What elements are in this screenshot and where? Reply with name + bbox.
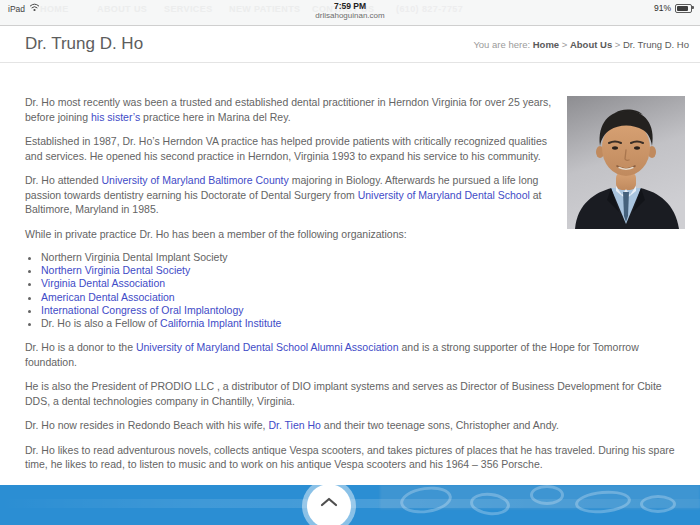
breadcrumb-home-link[interactable]: Home bbox=[533, 39, 559, 50]
text-link[interactable]: American Dental Association bbox=[41, 291, 175, 303]
breadcrumb-current: Dr. Trung D. Ho bbox=[623, 39, 689, 50]
text-link[interactable]: International Congress of Oral Implantol… bbox=[41, 304, 244, 316]
status-right: 91% bbox=[654, 3, 692, 13]
bio-paragraph: He is also the President of PRODIO LLC ,… bbox=[25, 379, 685, 408]
text-run: He is also the President of PRODIO LLC ,… bbox=[25, 380, 662, 407]
nav-watermark-new-patients: NEW PATIENTS bbox=[229, 4, 300, 14]
text-link[interactable]: Virginia Dental Association bbox=[41, 277, 165, 289]
breadcrumb-separator: > bbox=[559, 39, 570, 50]
organization-item: Northern Virginia Dental Implant Society bbox=[41, 251, 685, 264]
breadcrumb: You are here: Home > About Us > Dr. Trun… bbox=[473, 39, 689, 50]
page-header: Dr. Trung D. Ho You are here: Home > Abo… bbox=[0, 25, 700, 63]
water-swirl-decoration bbox=[640, 495, 676, 513]
text-run: and their two teenage sons, Christopher … bbox=[321, 419, 559, 431]
status-bar: HOME ABOUT US SERVICES NEW PATIENTS CONT… bbox=[0, 0, 700, 26]
text-run: Dr. Ho is a donor to the bbox=[25, 341, 136, 353]
text-link[interactable]: California Implant Institute bbox=[160, 317, 281, 329]
organization-item: Dr. Ho is also a Fellow of California Im… bbox=[41, 317, 685, 330]
bio-paragraph: Dr. Ho is a donor to the University of M… bbox=[25, 340, 685, 369]
text-run: Dr. Ho attended bbox=[25, 174, 101, 186]
text-run: practice here in Marina del Rey. bbox=[140, 111, 290, 123]
organization-list: Northern Virginia Dental Implant Society… bbox=[25, 251, 685, 330]
device-label: iPad bbox=[8, 4, 25, 14]
nav-watermark-services: SERVICES bbox=[164, 4, 213, 14]
bio-paragraph: Dr. Ho likes to read adventurous novels,… bbox=[25, 443, 685, 472]
page-title: Dr. Trung D. Ho bbox=[25, 34, 143, 54]
nav-watermark-contact: CONTACT US bbox=[312, 4, 374, 14]
battery-percent: 91% bbox=[654, 3, 671, 13]
browser-screen: HOME ABOUT US SERVICES NEW PATIENTS CONT… bbox=[0, 0, 700, 525]
text-link[interactable]: Northern Virginia Dental Society bbox=[41, 264, 190, 276]
organization-item: Northern Virginia Dental Society bbox=[41, 264, 685, 277]
text-link[interactable]: Dr. Tien Ho bbox=[268, 419, 321, 431]
nav-watermark-about: ABOUT US bbox=[97, 4, 147, 14]
organization-item: American Dental Association bbox=[41, 291, 685, 304]
text-run: Dr. Ho is also a Fellow of bbox=[41, 317, 160, 329]
bio-paragraph: Dr. Ho now resides in Redondo Beach with… bbox=[25, 418, 685, 433]
text-run: While in private practice Dr. Ho has bee… bbox=[25, 228, 407, 240]
text-run: Established in 1987, Dr. Ho’s Herndon VA… bbox=[25, 135, 547, 162]
phone-watermark: (610) 827-7757 bbox=[396, 4, 463, 14]
organization-item: Virginia Dental Association bbox=[41, 277, 685, 290]
breadcrumb-about-link[interactable]: About Us bbox=[570, 39, 612, 50]
text-link[interactable]: his sister’s bbox=[91, 111, 140, 123]
text-run: Dr. Ho now resides in Redondo Beach with… bbox=[25, 419, 268, 431]
organization-item: International Congress of Oral Implantol… bbox=[41, 304, 685, 317]
status-left: iPad bbox=[8, 3, 40, 14]
text-run: Northern Virginia Dental Implant Society bbox=[41, 251, 228, 263]
breadcrumb-separator: > bbox=[612, 39, 623, 50]
text-link[interactable]: University of Maryland Dental School Alu… bbox=[136, 341, 399, 353]
battery-icon bbox=[675, 4, 692, 13]
scroll-to-top-button[interactable] bbox=[307, 484, 351, 525]
nav-watermark-home: HOME bbox=[40, 4, 69, 14]
text-run: Dr. Ho likes to read adventurous novels,… bbox=[25, 444, 675, 471]
text-link[interactable]: University of Maryland Dental School bbox=[358, 189, 530, 201]
chevron-up-icon bbox=[320, 495, 338, 510]
breadcrumb-prefix: You are here: bbox=[473, 39, 532, 50]
bio-article: Dr. Ho most recently was been a trusted … bbox=[0, 63, 700, 482]
text-link[interactable]: University of Maryland Baltimore County bbox=[101, 174, 288, 186]
water-swirl-decoration bbox=[530, 485, 564, 505]
dr-ho-portrait-photo bbox=[567, 96, 685, 229]
wifi-icon bbox=[29, 3, 40, 14]
